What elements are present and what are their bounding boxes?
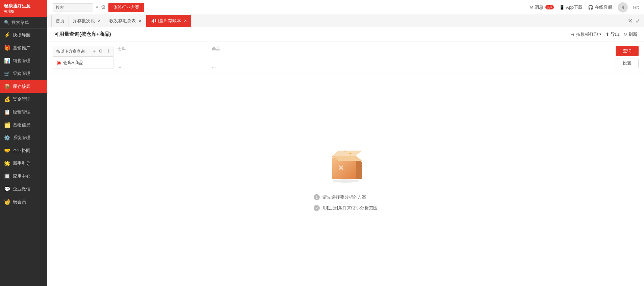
settings-button[interactable]: 设置 bbox=[616, 58, 639, 68]
online-service-label: 在线客服 bbox=[595, 4, 612, 10]
collapse-scheme-icon[interactable]: 《 bbox=[105, 48, 110, 54]
scheme-panel: 按以下方案查询 ＋ ⚙ 《 ◉ 仓库+商品 bbox=[53, 46, 113, 69]
tabs-right-actions: ✕ ⤢ bbox=[628, 17, 640, 25]
sidebar-item-guide[interactable]: 🌟 新手引导 bbox=[0, 157, 47, 170]
app-download-item[interactable]: 📱 App下载 bbox=[559, 4, 583, 10]
scheme-item-label: 仓库+商品 bbox=[63, 60, 83, 66]
app-center-icon: 🔲 bbox=[4, 173, 10, 179]
main-area: ▾ ⚙ 体验行业方案 ✉ 消息 99+ 📱 App下载 🎧 在线客服 R Rit bbox=[47, 0, 644, 286]
topbar-right: ✉ 消息 99+ 📱 App下载 🎧 在线客服 R Rit bbox=[530, 2, 639, 12]
tab-summary-close-icon[interactable]: ✕ bbox=[138, 19, 142, 23]
sidebar-item-label: 新手引导 bbox=[13, 160, 30, 166]
scheme-header: 按以下方案查询 ＋ ⚙ 《 bbox=[53, 46, 113, 57]
product-filter-group: 商品 ··· bbox=[212, 46, 300, 70]
message-icon: ✉ bbox=[530, 5, 533, 10]
sidebar-item-label: 经营管理 bbox=[13, 109, 30, 115]
sidebar-item-marketing[interactable]: 🎁 营销推广 bbox=[0, 42, 47, 54]
warehouse-input[interactable] bbox=[118, 53, 205, 61]
sidebar-item-member[interactable]: 👑 畅会员 bbox=[0, 196, 47, 208]
print-icon: 🖨 bbox=[570, 32, 575, 37]
tabs-bar: 首页 库存批次账 ✕ 收发存汇总表 ✕ 可用量库存账本 ✕ ✕ ⤢ bbox=[47, 15, 644, 27]
add-scheme-icon[interactable]: ＋ bbox=[92, 48, 97, 54]
app-name: 畅康通好生意 bbox=[4, 3, 43, 9]
sidebar-item-purchase[interactable]: 🛒 采购管理 bbox=[0, 67, 47, 80]
tab-summary[interactable]: 收发存汇总表 ✕ bbox=[105, 15, 146, 27]
refresh-button[interactable]: ↻ 刷新 bbox=[623, 31, 637, 37]
tab-batch-close-icon[interactable]: ✕ bbox=[98, 19, 101, 23]
sidebar-item-basic[interactable]: 🗂️ 基础信息 bbox=[0, 119, 47, 131]
sidebar-item-enterprise[interactable]: 🤝 企业协同 bbox=[0, 144, 47, 157]
warehouse-more[interactable]: ··· bbox=[118, 64, 205, 70]
tab-available-stock[interactable]: 可用量库存账本 ✕ bbox=[146, 15, 191, 27]
system-icon: ⚙️ bbox=[4, 135, 10, 141]
svg-text:✦: ✦ bbox=[344, 150, 346, 153]
enterprise-icon: 🤝 bbox=[4, 148, 10, 154]
step-num-1: 1 bbox=[314, 194, 320, 200]
sidebar-item-system[interactable]: ⚙️ 系统管理 bbox=[0, 131, 47, 144]
chevron-down-icon[interactable]: ▾ bbox=[96, 5, 98, 10]
scheme-icons: ＋ ⚙ 《 bbox=[92, 48, 110, 54]
page-actions: 🖨 按模板打印 ▾ ⬆ 导出 ↻ 刷新 bbox=[570, 31, 637, 37]
tab-home-label: 首页 bbox=[56, 18, 65, 24]
tab-available-close-icon[interactable]: ✕ bbox=[184, 19, 187, 23]
guide-icon: 🌟 bbox=[4, 160, 10, 166]
product-more[interactable]: ··· bbox=[212, 64, 300, 70]
online-service-item[interactable]: 🎧 在线客服 bbox=[588, 4, 612, 10]
inventory-icon: 📦 bbox=[4, 83, 10, 89]
refresh-icon: ↻ bbox=[623, 32, 627, 37]
box-svg: ✦ ✦ × bbox=[326, 146, 366, 183]
query-button[interactable]: 查询 bbox=[616, 46, 639, 56]
message-item[interactable]: ✉ 消息 99+ bbox=[530, 4, 554, 10]
tab-available-stock-label: 可用量库存账本 bbox=[150, 18, 181, 24]
chevron-down-icon[interactable]: ▾ bbox=[599, 32, 601, 36]
scheme-header-label: 按以下方案查询 bbox=[56, 49, 85, 54]
sidebar-item-sales[interactable]: 📊 销售管理 bbox=[0, 54, 47, 67]
tab-home[interactable]: 首页 bbox=[51, 15, 69, 27]
warehouse-filter-group: 仓库 ··· bbox=[118, 46, 205, 70]
app-version: 标准版 bbox=[4, 9, 43, 14]
sidebar-item-wechat[interactable]: 💬 企业微信 bbox=[0, 183, 47, 196]
print-button[interactable]: 🖨 按模板打印 ▾ bbox=[570, 31, 601, 37]
sidebar-item-app-center[interactable]: 🔲 应用中心 bbox=[0, 170, 47, 183]
scheme-item-warehouse-product[interactable]: ◉ 仓库+商品 bbox=[53, 57, 113, 69]
hint-item-2: 2 用[过滤]条件来缩小分析范围 bbox=[314, 204, 378, 212]
expand-icon[interactable]: ⤢ bbox=[636, 18, 640, 24]
sidebar-item-quick-nav[interactable]: ⚡ 快捷导航 bbox=[0, 29, 47, 42]
headset-icon: 🎧 bbox=[588, 5, 593, 10]
scheme-item-icon: ◉ bbox=[56, 59, 61, 66]
export-button[interactable]: ⬆ 导出 bbox=[606, 31, 619, 37]
sidebar-item-operations[interactable]: 📋 经营管理 bbox=[0, 106, 47, 119]
sidebar-search[interactable]: 🔍 搜索菜单 bbox=[0, 17, 47, 29]
print-label: 按模板打印 bbox=[576, 31, 598, 37]
empty-illustration: ✦ ✦ × bbox=[326, 146, 366, 186]
query-section: 按以下方案查询 ＋ ⚙ 《 ◉ 仓库+商品 仓库 ··· bbox=[47, 42, 644, 74]
tab-batch-account[interactable]: 库存批次账 ✕ bbox=[69, 15, 105, 27]
sidebar-item-label: 营销推广 bbox=[13, 45, 30, 51]
sidebar-item-label: 企业协同 bbox=[13, 148, 30, 154]
sidebar-item-label: 资金管理 bbox=[13, 96, 30, 102]
marketing-icon: 🎁 bbox=[4, 45, 10, 51]
sidebar-item-label: 采购管理 bbox=[13, 71, 30, 77]
settings-scheme-icon[interactable]: ⚙ bbox=[99, 48, 103, 54]
filter-area: 仓库 ··· 商品 ··· bbox=[118, 46, 612, 70]
export-icon: ⬆ bbox=[606, 32, 609, 37]
page-title: 可用量查询(按仓库+商品) bbox=[54, 31, 570, 37]
step-num-2: 2 bbox=[314, 205, 320, 211]
refresh-label: 刷新 bbox=[628, 31, 637, 37]
app-download-label: App下载 bbox=[566, 4, 583, 10]
gear-icon[interactable]: ⚙ bbox=[101, 4, 106, 10]
sidebar-item-label: 销售管理 bbox=[13, 58, 30, 64]
sidebar-logo: 畅康通好生意 标准版 bbox=[0, 0, 47, 17]
wechat-icon: 💬 bbox=[4, 186, 10, 192]
sidebar-item-finance[interactable]: 💰 资金管理 bbox=[0, 93, 47, 106]
close-all-tabs-icon[interactable]: ✕ bbox=[628, 17, 633, 25]
avatar[interactable]: R bbox=[618, 2, 628, 12]
username[interactable]: Rit bbox=[633, 5, 639, 10]
empty-text: 1 请先选择要分析的方案 2 用[过滤]条件来缩小分析范围 bbox=[314, 193, 378, 214]
product-input[interactable] bbox=[212, 53, 300, 61]
content-area: 可用量查询(按仓库+商品) 🖨 按模板打印 ▾ ⬆ 导出 ↻ 刷新 bbox=[47, 27, 644, 286]
trial-button[interactable]: 体验行业方案 bbox=[108, 3, 144, 12]
sidebar-item-label: 快捷导航 bbox=[13, 32, 30, 38]
sidebar-item-inventory[interactable]: 📦 库存核算 bbox=[0, 80, 47, 93]
search-input[interactable] bbox=[53, 3, 93, 11]
